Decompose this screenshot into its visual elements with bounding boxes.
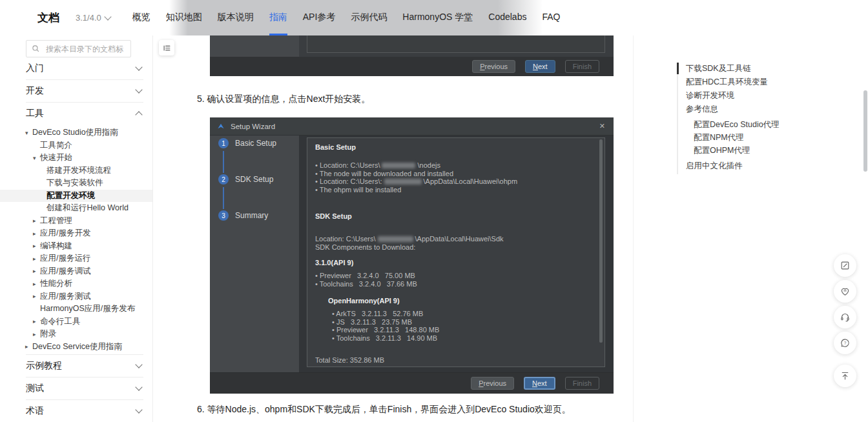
toc-item-reference-info[interactable]: 参考信息 (678, 104, 814, 114)
wizard-button-bar: Previous Next Finish (210, 372, 614, 394)
sdk-setup-heading: SDK Setup (315, 213, 589, 219)
sidebar-item-cli-tools[interactable]: ▸ 命令行工具 (0, 316, 152, 328)
sdk-components-line: SDK Components to Download: (315, 243, 589, 252)
nav-api-reference[interactable]: API参考 (303, 0, 336, 35)
version-selector[interactable]: 3.1/4.0 (76, 0, 110, 35)
nav-overview[interactable]: 概览 (132, 0, 150, 35)
basic-bullet-location-ohpm: Location: C:\Users\:\AppData\Local\Huawe… (315, 177, 589, 186)
triangle-down-icon: ▾ (33, 155, 40, 161)
edit-square-icon (840, 260, 851, 271)
top-header: 文档 3.1/4.0 概览 知识地图 版本说明 指南 API参考 示例代码 Ha… (0, 0, 868, 35)
tree-label: 编译构建 (40, 241, 72, 252)
sidebar-section-glossary[interactable]: 术语 (0, 400, 152, 422)
sidebar-item-deveco-studio-guide[interactable]: ▾ DevEco Studio使用指南 (0, 126, 152, 139)
like-button[interactable] (834, 280, 856, 303)
sidebar-tree: ▾ DevEco Studio使用指南 工具简介 ▾ 快速开始 搭建开发环境流程… (0, 125, 152, 354)
sidebar-section-development[interactable]: 开发 (0, 80, 152, 102)
sidebar-item-publish[interactable]: HarmonyOS应用/服务发布 (0, 303, 152, 316)
toc-item-ohpm-proxy[interactable]: 配置OHPM代理 (678, 145, 814, 156)
version-label: 3.1/4.0 (76, 0, 101, 35)
wizard-title: Setup Wizard (231, 123, 592, 130)
svg-text:?: ? (844, 341, 847, 345)
tree-label: 附录 (40, 328, 56, 339)
sidebar-item-performance[interactable]: ▸ 性能分析 (0, 277, 152, 290)
tree-label: 配置开发环境 (46, 190, 95, 201)
wizard-step-basic: 1 Basic Setup (218, 138, 276, 148)
basic-bullet-ohpm-install: The ohpm will be installed (315, 186, 589, 194)
finish-button: Finish (565, 377, 599, 390)
toc-item-diagnose-env[interactable]: 诊断开发环境 (678, 90, 814, 101)
back-to-top-button[interactable] (834, 365, 856, 387)
section-label: 测试 (26, 383, 44, 394)
nav-codelabs[interactable]: Codelabs (488, 0, 526, 35)
wizard-summary-box: Basic Setup Location: C:\Users\\nodejs T… (307, 137, 605, 367)
step-5-text: 5. 确认设置项的信息，点击Next开始安装。 (197, 92, 370, 105)
close-icon: ✕ (597, 122, 607, 130)
sidebar-section-samples[interactable]: 示例教程 (0, 355, 152, 377)
page-toc: 下载SDK及工具链 配置HDC工具环境变量 诊断开发环境 参考信息 配置DevE… (677, 63, 814, 174)
search-input[interactable] (45, 44, 125, 54)
sidebar-item-deveco-service-guide[interactable]: ▸ DevEco Service使用指南 (0, 341, 152, 354)
sidebar-item-appendix[interactable]: ▸ 附录 (0, 328, 152, 341)
nav-guide[interactable]: 指南 (269, 0, 287, 35)
tree-label: 应用/服务调试 (40, 266, 90, 277)
next-button: Next (525, 60, 555, 73)
sidebar-collapse-button[interactable] (159, 40, 174, 55)
page-scrollbar[interactable] (863, 90, 867, 172)
sidebar-search[interactable] (26, 40, 131, 57)
step-number-badge: 2 (218, 174, 229, 185)
support-button[interactable] (834, 306, 856, 328)
sidebar-item-quick-start[interactable]: ▾ 快速开始 (0, 152, 152, 165)
sdk-location-line: Location: C:\Users\\AppData\Local\Huawei… (315, 235, 589, 243)
wizard-partial-button-bar: Previous Next Finish (210, 57, 614, 76)
sidebar-item-build[interactable]: ▸ 编译构建 (0, 240, 152, 253)
toc-item-hdc-env[interactable]: 配置HDC工具环境变量 (678, 77, 814, 87)
section-label: 工具 (26, 108, 44, 119)
sidebar-section-getting-started[interactable]: 入门 (0, 57, 152, 79)
tree-label: 命令行工具 (40, 316, 81, 327)
tree-label: HarmonyOS应用/服务发布 (40, 303, 135, 314)
nav-harmonyos-academy[interactable]: HarmonyOS 学堂 (402, 0, 473, 35)
step-number-badge: 3 (218, 210, 229, 221)
triangle-right-icon: ▸ (33, 256, 40, 262)
section-label: 术语 (26, 405, 44, 417)
nav-faq[interactable]: FAQ (542, 0, 560, 35)
wizard-partial-body (210, 35, 614, 57)
sidebar-item-hello-world[interactable]: 创建和运行Hello World (0, 202, 152, 215)
oh-item-toolchains: Toolchains 3.2.11.3 14.90 MB (332, 334, 589, 343)
help-button[interactable]: ? (834, 332, 856, 354)
triangle-right-icon: ▸ (33, 268, 40, 274)
toc-item-chinese-plugin[interactable]: 启用中文化插件 (678, 161, 814, 171)
step-number-badge: 1 (218, 138, 229, 148)
wizard-step-summary: 3 Summary (218, 210, 268, 221)
wizard-scrollbar-thumb (599, 139, 603, 343)
sidebar-item-app-service-run[interactable]: ▸ 应用/服务运行 (0, 252, 152, 265)
sidebar-section-testing[interactable]: 测试 (0, 377, 152, 399)
feedback-edit-button[interactable] (834, 254, 856, 277)
tree-label: 快速开始 (40, 152, 72, 163)
toc-item-download-sdk[interactable]: 下载SDK及工具链 (678, 63, 814, 74)
sidebar-item-env-setup-flow[interactable]: 搭建开发环境流程 (0, 165, 152, 177)
sidebar-section-tools[interactable]: 工具 (0, 103, 152, 125)
wizard-step-sdk: 2 SDK Setup (218, 174, 273, 185)
sidebar-item-tool-intro[interactable]: 工具简介 (0, 139, 152, 152)
section-label: 开发 (26, 85, 44, 97)
nav-knowledge-map[interactable]: 知识地图 (166, 0, 202, 35)
nav-sample-code[interactable]: 示例代码 (351, 0, 387, 35)
chevron-down-icon (135, 86, 142, 93)
search-icon (32, 45, 40, 53)
tree-label: DevEco Service使用指南 (32, 341, 122, 352)
next-button: Next (524, 377, 555, 390)
toc-item-deveco-proxy[interactable]: 配置DevEco Studio代理 (678, 119, 814, 130)
tree-label: 应用/服务开发 (40, 228, 90, 239)
oh-item-js: JS 3.2.11.3 23.75 MB (332, 318, 589, 327)
nav-release-notes[interactable]: 版本说明 (218, 0, 254, 35)
sidebar-item-app-service-dev[interactable]: ▸ 应用/服务开发 (0, 227, 152, 240)
sidebar-item-download-install[interactable]: 下载与安装软件 (0, 177, 152, 190)
toc-item-npm-proxy[interactable]: 配置NPM代理 (678, 132, 814, 143)
sidebar-item-project-management[interactable]: ▸ 工程管理 (0, 215, 152, 228)
chevron-down-icon (104, 13, 111, 20)
sidebar-item-configure-env-active[interactable]: 配置开发环境 (0, 190, 152, 203)
sidebar-item-app-service-debug[interactable]: ▸ 应用/服务调试 (0, 265, 152, 278)
sidebar-item-app-service-test[interactable]: ▸ 应用/服务测试 (0, 290, 152, 303)
